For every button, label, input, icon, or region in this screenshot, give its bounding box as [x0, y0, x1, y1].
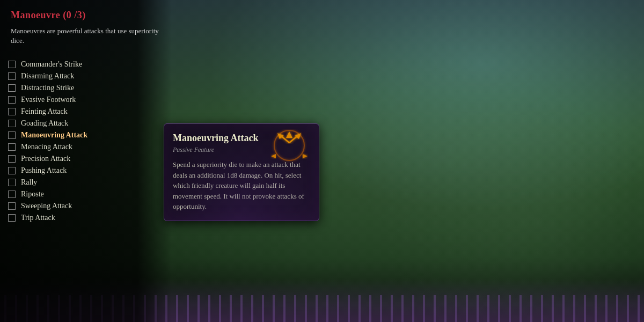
- checkbox-riposte[interactable]: [8, 191, 16, 198]
- item-label-feinting-attack: Feinting Attack: [21, 107, 68, 116]
- item-label-trip-attack: Trip Attack: [21, 214, 55, 222]
- checkbox-trip-attack[interactable]: [8, 214, 16, 222]
- manoeuvre-subtitle: Manoeuvres are powerful attacks that use…: [11, 26, 172, 46]
- item-label-distracting-strike: Distracting Strike: [21, 84, 74, 92]
- manoeuvre-list: Commander's StrikeDisarming AttackDistra…: [0, 58, 644, 224]
- svg-marker-8: [303, 154, 308, 158]
- manoeuvre-title: Manoeuvre (0 /3): [11, 10, 633, 21]
- manoeuvre-item-goading-attack[interactable]: Goading Attack: [8, 118, 644, 129]
- item-label-rally: Rally: [21, 178, 37, 187]
- manoeuvre-item-sweeping-attack[interactable]: Sweeping Attack: [8, 200, 644, 212]
- checkbox-distracting-strike[interactable]: [8, 84, 16, 92]
- item-label-precision-attack: Precision Attack: [21, 155, 70, 163]
- svg-marker-9: [271, 154, 276, 158]
- manoeuvre-item-riposte[interactable]: Riposte: [8, 188, 644, 200]
- manoeuvre-item-precision-attack[interactable]: Precision Attack: [8, 153, 644, 165]
- svg-marker-2: [286, 131, 292, 138]
- checkbox-precision-attack[interactable]: [8, 155, 16, 163]
- manoeuvre-item-pushing-attack[interactable]: Pushing Attack: [8, 165, 644, 177]
- checkbox-goading-attack[interactable]: [8, 120, 16, 127]
- manoeuvre-item-feinting-attack[interactable]: Feinting Attack: [8, 106, 644, 118]
- item-label-goading-attack: Goading Attack: [21, 119, 68, 128]
- manoeuvring-attack-icon: [268, 129, 311, 172]
- checkbox-pushing-attack[interactable]: [8, 167, 16, 174]
- manoeuvre-item-evasive-footwork[interactable]: Evasive Footwork: [8, 94, 644, 106]
- checkbox-feinting-attack[interactable]: [8, 108, 16, 115]
- checkbox-rally[interactable]: [8, 179, 16, 186]
- checkbox-menacing-attack[interactable]: [8, 143, 16, 151]
- item-label-manoeuvring-attack: Manoeuvring Attack: [21, 131, 87, 140]
- item-label-menacing-attack: Menacing Attack: [21, 143, 72, 151]
- item-label-commanders-strike: Commander's Strike: [21, 60, 82, 69]
- manoeuvre-item-rally[interactable]: Rally: [8, 177, 644, 188]
- item-label-evasive-footwork: Evasive Footwork: [21, 96, 76, 104]
- item-label-riposte: Riposte: [21, 190, 44, 199]
- manoeuvre-item-trip-attack[interactable]: Trip Attack: [8, 212, 644, 224]
- checkbox-disarming-attack[interactable]: [8, 72, 16, 80]
- item-label-sweeping-attack: Sweeping Attack: [21, 202, 72, 210]
- checkbox-evasive-footwork[interactable]: [8, 96, 16, 104]
- manoeuvre-item-menacing-attack[interactable]: Menacing Attack: [8, 141, 644, 153]
- checkbox-commanders-strike[interactable]: [8, 61, 16, 68]
- manoeuvre-item-commanders-strike[interactable]: Commander's Strike: [8, 58, 644, 70]
- manoeuvre-item-disarming-attack[interactable]: Disarming Attack: [8, 70, 644, 82]
- manoeuvre-item-distracting-strike[interactable]: Distracting Strike: [8, 82, 644, 94]
- item-label-disarming-attack: Disarming Attack: [21, 72, 74, 80]
- item-label-pushing-attack: Pushing Attack: [21, 166, 67, 175]
- manoeuvre-item-manoeuvring-attack[interactable]: Manoeuvring Attack: [8, 129, 644, 141]
- checkbox-sweeping-attack[interactable]: [8, 202, 16, 210]
- checkbox-manoeuvring-attack[interactable]: [8, 131, 16, 139]
- tooltip-popup: Manoeuvring Attack Passive Feature Spend…: [164, 123, 319, 221]
